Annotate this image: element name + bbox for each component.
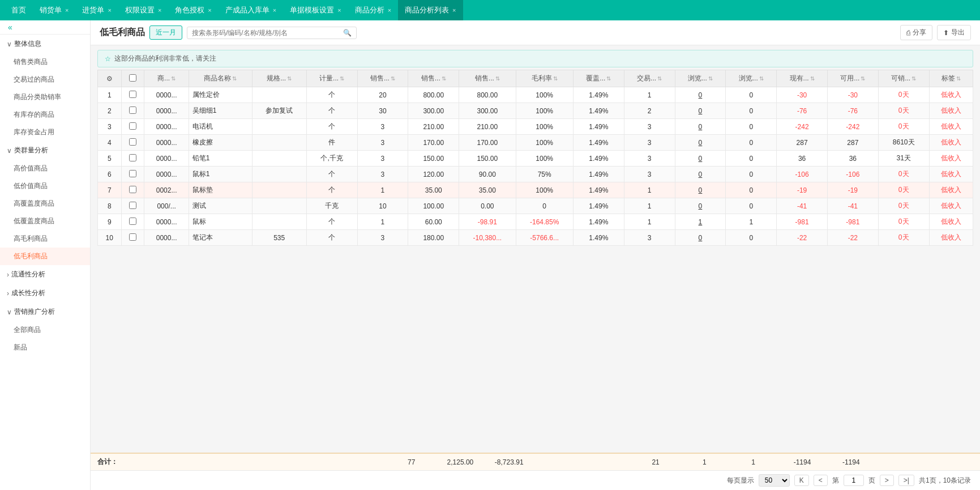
date-filter-button[interactable]: 近一月 bbox=[149, 25, 182, 40]
cell-name[interactable]: 吴细细1 bbox=[189, 103, 252, 119]
cell-checkbox[interactable] bbox=[121, 230, 144, 246]
cell-name[interactable]: 笔记本 bbox=[189, 230, 252, 246]
th-browse2[interactable]: 浏览...⇅ bbox=[726, 70, 777, 87]
nav-home[interactable]: 首页 bbox=[5, 0, 33, 20]
cell-browse1[interactable]: 0 bbox=[675, 167, 726, 182]
cell-checkbox[interactable] bbox=[121, 103, 144, 119]
cell-name[interactable]: 鼠标1 bbox=[189, 167, 252, 182]
cell-browse1[interactable]: 0 bbox=[675, 182, 726, 198]
cell-browse1[interactable]: 1 bbox=[675, 214, 726, 230]
cell-name[interactable]: 鼠标 bbox=[189, 214, 252, 230]
cell-tag: 低收入 bbox=[929, 119, 973, 135]
th-current-stock[interactable]: 现有...⇅ bbox=[777, 70, 828, 87]
sidebar-section-marketing[interactable]: ∨ 营销推广分析 bbox=[0, 302, 90, 321]
first-page-button[interactable]: K bbox=[794, 475, 809, 486]
nav-sales-order[interactable]: 销货单 × bbox=[33, 0, 75, 20]
cell-name[interactable]: 电话机 bbox=[189, 119, 252, 135]
cell-name[interactable]: 鼠标垫 bbox=[189, 182, 252, 198]
sidebar-section-circulation[interactable]: › 流通性分析 bbox=[0, 265, 90, 284]
page-size-select[interactable]: 50 20 100 bbox=[759, 474, 790, 487]
th-name[interactable]: 商品名称⇅ bbox=[189, 70, 252, 87]
nav-template-settings[interactable]: 单据模板设置 × bbox=[283, 0, 348, 20]
share-button[interactable]: ⎙ 分享 bbox=[900, 25, 932, 40]
cell-browse1[interactable]: 0 bbox=[675, 230, 726, 246]
cell-name[interactable]: 属性定价 bbox=[189, 87, 252, 103]
prev-page-button[interactable]: < bbox=[814, 475, 828, 486]
close-icon[interactable]: × bbox=[158, 7, 161, 14]
cell-checkbox[interactable] bbox=[121, 119, 144, 135]
sidebar-item-low-coverage[interactable]: 低覆盖度商品 bbox=[0, 212, 90, 230]
sidebar-item-high-coverage[interactable]: 高覆盖度商品 bbox=[0, 195, 90, 212]
cell-browse1[interactable]: 0 bbox=[675, 198, 726, 214]
th-code[interactable]: 商...⇅ bbox=[144, 70, 189, 87]
th-checkbox[interactable] bbox=[121, 70, 144, 87]
th-tag[interactable]: 标签⇅ bbox=[929, 70, 973, 87]
sidebar-item-high-margin[interactable]: 高毛利商品 bbox=[0, 230, 90, 248]
sidebar-collapse-button[interactable]: « bbox=[5, 23, 16, 32]
cell-checkbox[interactable] bbox=[121, 87, 144, 103]
th-sale-price[interactable]: 销售...⇅ bbox=[408, 70, 459, 87]
nav-finished-goods[interactable]: 产成品入库单 × bbox=[219, 0, 283, 20]
th-coverage[interactable]: 覆盖...⇅ bbox=[573, 70, 624, 87]
close-icon[interactable]: × bbox=[337, 7, 341, 14]
cell-name[interactable]: 铅笔1 bbox=[189, 151, 252, 167]
sidebar-item-sales-products[interactable]: 销售类商品 bbox=[0, 53, 90, 71]
cell-browse1[interactable]: 0 bbox=[675, 135, 726, 151]
close-icon[interactable]: × bbox=[208, 7, 211, 14]
close-icon[interactable]: × bbox=[388, 7, 391, 14]
sidebar-section-cluster[interactable]: ∨ 类群量分析 bbox=[0, 141, 90, 160]
sidebar-item-traded-products[interactable]: 交易过的商品 bbox=[0, 71, 90, 88]
sidebar-item-capital-occupation[interactable]: 库存资金占用 bbox=[0, 123, 90, 141]
nav-role-auth[interactable]: 角色授权 × bbox=[168, 0, 218, 20]
th-saleable[interactable]: 可销...⇅ bbox=[878, 70, 929, 87]
cell-sale-price: 300.00 bbox=[408, 103, 459, 119]
th-sale-qty[interactable]: 销售...⇅ bbox=[357, 70, 408, 87]
export-button[interactable]: ⬆ 导出 bbox=[937, 25, 971, 40]
close-icon[interactable]: × bbox=[65, 7, 69, 14]
th-settings[interactable]: ⚙ bbox=[98, 70, 122, 87]
sidebar-item-low-value[interactable]: 低价值商品 bbox=[0, 177, 90, 195]
cell-browse1[interactable]: 0 bbox=[675, 103, 726, 119]
page-number-input[interactable] bbox=[844, 475, 864, 486]
sidebar-item-category-rate[interactable]: 商品分类助销率 bbox=[0, 88, 90, 106]
cell-browse1[interactable]: 0 bbox=[675, 87, 726, 103]
close-icon[interactable]: × bbox=[273, 7, 276, 14]
cell-checkbox[interactable] bbox=[121, 182, 144, 198]
cell-name[interactable]: 测试 bbox=[189, 198, 252, 214]
nav-product-analysis[interactable]: 商品分析 × bbox=[348, 0, 398, 20]
close-icon[interactable]: × bbox=[108, 7, 111, 14]
next-page-button[interactable]: > bbox=[880, 475, 894, 486]
th-gross-margin[interactable]: 毛利率⇅ bbox=[516, 70, 573, 87]
cell-name[interactable]: 橡皮擦 bbox=[189, 135, 252, 151]
sidebar-section-growth[interactable]: › 成长性分析 bbox=[0, 284, 90, 302]
sidebar-section-overall[interactable]: ∨ 整体信息 bbox=[0, 35, 90, 53]
select-all-checkbox[interactable] bbox=[129, 74, 136, 82]
cell-checkbox[interactable] bbox=[121, 135, 144, 151]
th-spec[interactable]: 规格...⇅ bbox=[252, 70, 306, 87]
sidebar-item-low-margin[interactable]: 低毛利商品 bbox=[0, 248, 90, 265]
th-browse1[interactable]: 浏览...⇅ bbox=[675, 70, 726, 87]
th-sale-profit[interactable]: 销售...⇅ bbox=[459, 70, 516, 87]
cell-browse1[interactable]: 0 bbox=[675, 151, 726, 167]
sidebar-item-all-products[interactable]: 全部商品 bbox=[0, 321, 90, 339]
cell-checkbox[interactable] bbox=[121, 198, 144, 214]
th-transaction[interactable]: 交易...⇅ bbox=[624, 70, 675, 87]
search-input[interactable] bbox=[192, 29, 341, 37]
sidebar-item-stocked-products[interactable]: 有库存的商品 bbox=[0, 106, 90, 123]
search-icon[interactable]: 🔍 bbox=[343, 29, 352, 37]
cell-checkbox[interactable] bbox=[121, 167, 144, 182]
nav-purchase-order[interactable]: 进货单 × bbox=[75, 0, 118, 20]
sidebar-item-new-products[interactable]: 新品 bbox=[0, 339, 90, 356]
nav-product-analysis-list[interactable]: 商品分析列表 × bbox=[398, 0, 463, 20]
cell-sale-qty: 10 bbox=[357, 198, 408, 214]
cell-checkbox[interactable] bbox=[121, 214, 144, 230]
cell-checkbox[interactable] bbox=[121, 151, 144, 167]
cell-sale-price: 60.00 bbox=[408, 214, 459, 230]
cell-browse1[interactable]: 0 bbox=[675, 119, 726, 135]
th-unit[interactable]: 计量...⇅ bbox=[306, 70, 357, 87]
sidebar-item-high-value[interactable]: 高价值商品 bbox=[0, 160, 90, 177]
last-page-button[interactable]: >| bbox=[898, 475, 914, 486]
nav-permission[interactable]: 权限设置 × bbox=[118, 0, 168, 20]
close-icon[interactable]: × bbox=[452, 7, 456, 14]
th-available[interactable]: 可用...⇅ bbox=[827, 70, 878, 87]
